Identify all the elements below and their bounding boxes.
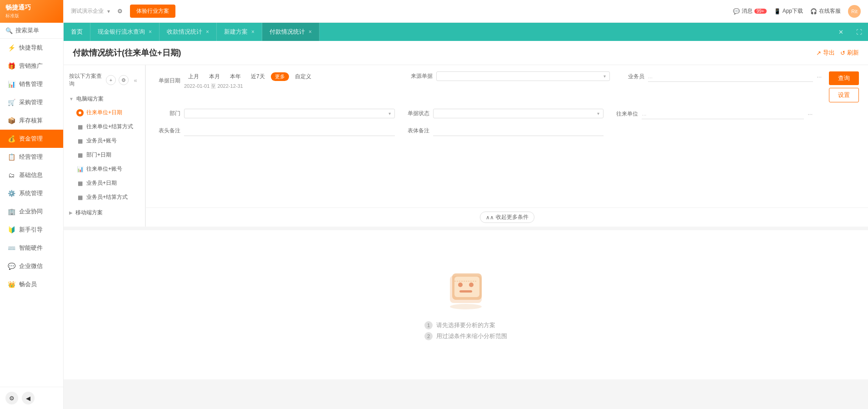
scheme-settings-btn[interactable]: ⚙ bbox=[119, 75, 129, 85]
filter-field-date: 单据日期 上月 本月 本年 近7天 更多 自定义 bbox=[155, 71, 398, 90]
btn-last-7-days[interactable]: 近7天 bbox=[247, 71, 269, 82]
filter-field-body-note: 表体备注 bbox=[404, 126, 604, 136]
query-btn[interactable]: 查询 bbox=[829, 71, 859, 85]
btn-custom[interactable]: 自定义 bbox=[291, 71, 315, 82]
scheme-item-staff-settlement[interactable]: ▦ 业务员+结算方式 bbox=[64, 190, 145, 204]
empty-tip-1: 1 请先选择要分析的方案 bbox=[424, 321, 507, 329]
desktop-group-arrow: ▼ bbox=[69, 96, 74, 101]
tab-payment-stat-close[interactable]: × bbox=[309, 29, 312, 35]
sidebar-item-label: 企业微信 bbox=[19, 262, 43, 270]
collapse-sidebar-icon[interactable]: ◀ bbox=[22, 392, 35, 404]
sidebar-item-operation[interactable]: 📋 经营管理 bbox=[0, 148, 63, 166]
header-note-input[interactable] bbox=[184, 126, 395, 136]
counterparty-more-icon[interactable]: ··· bbox=[808, 111, 813, 117]
sidebar-item-purchase[interactable]: 🛒 采购管理 bbox=[0, 93, 63, 111]
headset-icon: 🎧 bbox=[810, 8, 817, 15]
purchase-icon: 🛒 bbox=[7, 98, 15, 106]
sidebar-item-guide[interactable]: 🔰 新手引导 bbox=[0, 221, 63, 239]
sidebar-item-wechat[interactable]: 💬 企业微信 bbox=[0, 257, 63, 275]
tab-receipt-stat-close[interactable]: × bbox=[206, 29, 209, 35]
avatar[interactable]: Rit bbox=[848, 5, 861, 18]
sidebar-item-enterprise[interactable]: 🏢 企业协同 bbox=[0, 202, 63, 221]
sidebar-item-inventory[interactable]: 📦 库存核算 bbox=[0, 111, 63, 130]
scheme-group-desktop-header[interactable]: ▼ 电脑端方案 bbox=[64, 92, 145, 106]
scheme-collapse-btn[interactable]: « bbox=[131, 76, 140, 84]
tab-payment-stat[interactable]: 付款情况统计 × bbox=[262, 23, 319, 41]
sidebar-item-finance[interactable]: 💰 资金管理 bbox=[0, 130, 63, 148]
sidebar-item-sales[interactable]: 📊 销售管理 bbox=[0, 75, 63, 93]
btn-more[interactable]: 更多 bbox=[271, 72, 289, 81]
tab-cash-flow[interactable]: 现金银行流水查询 × bbox=[90, 23, 160, 41]
sidebar-item-marketing[interactable]: 🎁 营销推广 bbox=[0, 57, 63, 75]
page-content: 付款情况统计(往来单位+日期) ↗ 导出 ↺ 刷新 按 bbox=[64, 41, 868, 409]
add-scheme-btn[interactable]: + bbox=[106, 75, 116, 85]
sidebar-item-basic-info[interactable]: 🗂 基础信息 bbox=[0, 166, 63, 184]
collapse-more-btn[interactable]: ∧∧ 收起更多条件 bbox=[480, 212, 534, 223]
sidebar-footer: ⚙ ◀ bbox=[0, 387, 63, 409]
btn-this-year[interactable]: 本年 bbox=[226, 71, 245, 82]
scheme-sidebar: 按以下方案查询 + ⚙ « ▼ 电脑端方案 bbox=[64, 65, 145, 227]
staff-more-icon[interactable]: ··· bbox=[817, 73, 822, 80]
search-menu[interactable]: 🔍 搜索菜单 bbox=[0, 23, 63, 39]
tab-right-actions: ✕ ⛶ bbox=[832, 23, 868, 41]
scheme-item-staff-date[interactable]: ▦ 业务员+日期 bbox=[64, 176, 145, 190]
scheme-toolbar-icons: + ⚙ « bbox=[106, 75, 140, 85]
tab-close-all-icon[interactable]: ✕ bbox=[832, 23, 850, 41]
online-service-btn[interactable]: 🎧 在线客服 bbox=[810, 7, 841, 15]
sidebar-item-label: 企业协同 bbox=[19, 207, 43, 216]
btn-this-month[interactable]: 本月 bbox=[205, 71, 224, 82]
scheme-item-unit-settlement[interactable]: ▦ 往来单位+结算方式 bbox=[64, 120, 145, 134]
voucher-status-select[interactable]: ▾ bbox=[433, 109, 604, 118]
voucher-status-label: 单据状态 bbox=[404, 110, 429, 117]
app-download-icon: 📱 bbox=[774, 8, 781, 15]
scheme-item-dept-date[interactable]: ▦ 部门+日期 bbox=[64, 148, 145, 162]
sidebar-item-label: 销售管理 bbox=[19, 80, 43, 88]
tab-expand-icon[interactable]: ⛶ bbox=[850, 23, 868, 41]
collapse-label: 收起更多条件 bbox=[496, 213, 529, 221]
filter-row-1: 单据日期 上月 本月 本年 近7天 更多 自定义 bbox=[155, 71, 859, 102]
dept-select[interactable]: ▾ bbox=[184, 109, 395, 118]
tab-new-scheme[interactable]: 新建方案 × bbox=[217, 23, 262, 41]
message-btn[interactable]: 💬 消息 99+ bbox=[733, 7, 767, 15]
tab-new-scheme-close[interactable]: × bbox=[251, 29, 254, 35]
sidebar-item-quick-nav[interactable]: ⚡ 快捷导航 bbox=[0, 39, 63, 57]
tab-home[interactable]: 首页 bbox=[64, 23, 90, 41]
refresh-icon: ↺ bbox=[840, 50, 845, 56]
voucher-status-dropdown-icon: ▾ bbox=[597, 111, 599, 116]
topbar: 测试演示企业 ▾ ⚙ 体验行业方案 💬 消息 99+ 📱 App下载 🎧 在线客… bbox=[64, 0, 868, 23]
tip-num-2: 2 bbox=[424, 332, 433, 340]
btn-last-month[interactable]: 上月 bbox=[184, 71, 203, 82]
body-note-input[interactable] bbox=[433, 126, 604, 136]
tab-receipt-stat[interactable]: 收款情况统计 × bbox=[160, 23, 217, 41]
scheme-item-unit-account[interactable]: 📊 往来单位+账号 bbox=[64, 162, 145, 176]
tab-cash-flow-close[interactable]: × bbox=[149, 29, 152, 35]
header-note-label: 表头备注 bbox=[155, 127, 180, 135]
trial-btn[interactable]: 体验行业方案 bbox=[130, 5, 175, 18]
empty-illustration bbox=[439, 267, 493, 312]
basic-info-icon: 🗂 bbox=[7, 171, 15, 179]
date-value: 上月 本月 本年 近7天 更多 自定义 2022-01-01 至 2022-12… bbox=[184, 71, 398, 90]
company-dropdown-icon[interactable]: ▾ bbox=[107, 8, 110, 15]
svg-rect-5 bbox=[459, 290, 472, 293]
export-btn[interactable]: ↗ 导出 bbox=[816, 49, 835, 57]
source-select[interactable]: ▾ bbox=[436, 71, 610, 81]
scheme-item-staff-account[interactable]: ▦ 业务员+账号 bbox=[64, 134, 145, 148]
settings-footer-icon[interactable]: ⚙ bbox=[5, 392, 18, 404]
scheme-item-label: 往来单位+结算方式 bbox=[86, 123, 133, 131]
tip-num-1: 1 bbox=[424, 321, 433, 329]
sidebar-item-system[interactable]: ⚙️ 系统管理 bbox=[0, 184, 63, 202]
sidebar-item-vip[interactable]: 👑 畅会员 bbox=[0, 275, 63, 293]
scheme-item-unit-date[interactable]: 往来单位+日期 bbox=[64, 106, 145, 120]
topbar-left: 测试演示企业 ▾ ⚙ 体验行业方案 bbox=[71, 5, 728, 18]
staff-input[interactable] bbox=[648, 71, 813, 82]
scheme-group-mobile-header[interactable]: ▶ 移动端方案 bbox=[64, 206, 145, 219]
settings-btn[interactable]: 设置 bbox=[829, 88, 859, 102]
topbar-settings-icon[interactable]: ⚙ bbox=[114, 5, 126, 18]
scheme-group-desktop: ▼ 电脑端方案 往来单位+日期 ▦ 往来单位+结算方式 ▦ bbox=[64, 92, 145, 204]
export-label: 导出 bbox=[823, 49, 835, 57]
sidebar-item-hardware[interactable]: ⌨️ 智能硬件 bbox=[0, 239, 63, 257]
counterparty-input[interactable] bbox=[642, 109, 804, 119]
refresh-btn[interactable]: ↺ 刷新 bbox=[840, 49, 859, 57]
sidebar-logo: 畅捷通巧 标准版 bbox=[5, 4, 31, 19]
app-download-btn[interactable]: 📱 App下载 bbox=[774, 7, 803, 15]
